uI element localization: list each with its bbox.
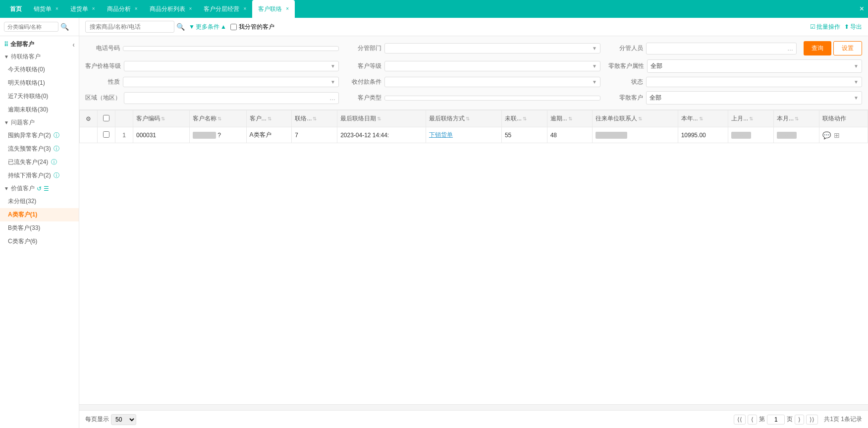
- sidebar-item-overdue-contact[interactable]: 逾期未联络(30): [0, 103, 79, 116]
- sidebar-group-pending[interactable]: ▼ 待联络客户: [0, 51, 79, 63]
- filter-manager-input[interactable]: …: [646, 43, 797, 54]
- filter-manager-dots[interactable]: …: [787, 45, 793, 52]
- close-all-tabs[interactable]: ×: [860, 4, 864, 13]
- sort-last-date-icon[interactable]: ⇅: [377, 116, 381, 121]
- sidebar-item-churned[interactable]: 已流失客户(24) ⓘ: [0, 156, 79, 169]
- more-conditions-btn[interactable]: ▼ 更多条件 ▲: [189, 23, 226, 31]
- settings-button[interactable]: 设置: [833, 41, 862, 55]
- sort-last-method-icon[interactable]: ⇅: [466, 116, 470, 121]
- sidebar-group-value[interactable]: ▼ 价值客户 ↺ ☰: [0, 182, 79, 195]
- h-scrollbar-area[interactable]: [79, 404, 868, 410]
- th-unit-contact[interactable]: 往来单位联系人 ⇅: [593, 110, 678, 127]
- sort-overdue-icon[interactable]: ⇅: [568, 116, 572, 121]
- current-page-input[interactable]: [767, 415, 785, 425]
- sort-code-icon[interactable]: ⇅: [161, 116, 165, 121]
- sidebar-collapse-btn[interactable]: ‹: [72, 41, 75, 49]
- sidebar-search-input[interactable]: [4, 22, 58, 32]
- nav-customer-segment[interactable]: 客户分层经营 ×: [198, 0, 252, 18]
- batch-ops-btn[interactable]: ☑ 批量操作: [810, 23, 840, 31]
- my-customers-filter[interactable]: 我分管的客户: [230, 23, 274, 31]
- sort-this-year-icon[interactable]: ⇅: [699, 116, 703, 121]
- filter-search-input[interactable]: [85, 21, 174, 33]
- row-chat-icon[interactable]: 💬: [822, 131, 831, 139]
- th-last-date[interactable]: 最后联络日期 ⇅: [337, 110, 426, 127]
- row-checkbox-cell[interactable]: [98, 127, 115, 143]
- filter-price-level-select[interactable]: ▼: [124, 61, 339, 71]
- sort-contact-icon[interactable]: ⇅: [313, 116, 317, 121]
- sidebar-search-icon[interactable]: 🔍: [60, 23, 69, 31]
- th-settings[interactable]: ⚙: [80, 110, 98, 127]
- th-no-contact[interactable]: 未联... ⇅: [501, 110, 547, 127]
- page-size-select[interactable]: 50 20 100 200: [111, 414, 136, 425]
- th-this-year[interactable]: 本年... ⇅: [678, 110, 728, 127]
- sidebar-item-7day-pending[interactable]: 近7天待联络(0): [0, 90, 79, 103]
- filter-payment-select[interactable]: ▼: [384, 77, 600, 87]
- nav-sales-order[interactable]: 销货单 ×: [28, 0, 64, 18]
- nav-customer-contact[interactable]: 客户联络 ×: [252, 0, 295, 18]
- filter-dept-select[interactable]: ▼: [384, 43, 600, 54]
- sidebar-item-ungrouped[interactable]: 未分组(32): [0, 195, 79, 208]
- nav-product-analysis-list[interactable]: 商品分析列表 ×: [144, 0, 198, 18]
- sort-last-month-icon[interactable]: ⇅: [749, 116, 753, 121]
- sidebar-item-today-pending[interactable]: 今天待联络(0): [0, 63, 79, 76]
- th-this-month[interactable]: 本月... ⇅: [773, 110, 819, 127]
- value-group-refresh[interactable]: ↺: [37, 185, 42, 192]
- filter-customer-type-input[interactable]: [384, 96, 600, 101]
- nav-home[interactable]: 首页: [4, 0, 28, 18]
- sort-unit-contact-icon[interactable]: ⇅: [638, 116, 642, 121]
- th-checkbox[interactable]: [98, 110, 115, 127]
- th-name[interactable]: 客户名称 ⇅: [190, 110, 246, 127]
- sidebar-item-b-class[interactable]: B类客户(33): [0, 221, 79, 235]
- filter-customer-level-select[interactable]: ▼: [384, 61, 600, 71]
- th-last-month[interactable]: 上月... ⇅: [728, 110, 774, 127]
- nav-product-analysis[interactable]: 商品分析 ×: [101, 0, 144, 18]
- filter-search-icon[interactable]: 🔍: [176, 23, 185, 31]
- sort-no-contact-icon[interactable]: ⇅: [523, 116, 527, 121]
- sidebar-item-hoarding-abnormal[interactable]: 囤购异常客户(2) ⓘ: [0, 129, 79, 142]
- filter-nature-select[interactable]: ▼: [123, 77, 339, 87]
- th-last-method[interactable]: 最后联络方式 ⇅: [426, 110, 501, 127]
- row-name[interactable]: Ea ?: [190, 127, 246, 143]
- value-group-settings[interactable]: ☰: [44, 185, 49, 192]
- settings-icon[interactable]: ⚙: [86, 115, 91, 122]
- select-all-checkbox[interactable]: [103, 115, 109, 121]
- sidebar-item-a-class[interactable]: A类客户(1): [0, 208, 79, 221]
- prev-page-btn[interactable]: ⟨: [748, 415, 757, 425]
- row-last-method[interactable]: 下销货单: [426, 127, 501, 143]
- sidebar-item-c-class[interactable]: C类客户(6): [0, 235, 79, 248]
- filter-region-dots[interactable]: …: [329, 95, 335, 102]
- th-contact[interactable]: 联络... ⇅: [292, 110, 337, 127]
- close-customer-contact-icon[interactable]: ×: [286, 0, 289, 18]
- nav-purchase-order[interactable]: 进货单 ×: [64, 0, 101, 18]
- filter-retail-attr-arrow: ▼: [854, 63, 859, 69]
- sidebar-item-declining[interactable]: 持续下滑客户(2) ⓘ: [0, 169, 79, 182]
- export-btn[interactable]: ⬆ 导出: [844, 23, 862, 31]
- th-code[interactable]: 客户编码 ⇅: [133, 110, 190, 127]
- close-purchase-order-icon[interactable]: ×: [92, 0, 95, 18]
- close-customer-segment-icon[interactable]: ×: [243, 0, 246, 18]
- filter-status-select[interactable]: ▼: [646, 77, 862, 87]
- filter-retail-customer-select[interactable]: 全部 ▼: [646, 91, 862, 105]
- filter-phone-input[interactable]: [123, 46, 339, 51]
- row-checkbox[interactable]: [103, 131, 109, 138]
- close-product-analysis-list-icon[interactable]: ×: [189, 0, 192, 18]
- sort-name-icon[interactable]: ⇅: [217, 116, 221, 121]
- sidebar-group-problem[interactable]: ▼ 问题客户: [0, 116, 79, 129]
- sidebar-item-churn-warning[interactable]: 流失预警客户(3) ⓘ: [0, 142, 79, 156]
- sidebar-item-tomorrow-pending[interactable]: 明天待联络(1): [0, 76, 79, 90]
- sort-this-month-icon[interactable]: ⇅: [795, 116, 799, 121]
- sort-type-icon[interactable]: ⇅: [268, 116, 271, 121]
- close-product-analysis-icon[interactable]: ×: [135, 0, 138, 18]
- filter-region-input[interactable]: …: [124, 92, 339, 104]
- close-sales-order-icon[interactable]: ×: [55, 0, 58, 18]
- query-button[interactable]: 查询: [804, 41, 831, 55]
- filter-retail-attr-select[interactable]: 全部 ▼: [647, 59, 862, 73]
- my-customers-checkbox[interactable]: [230, 24, 237, 30]
- th-type[interactable]: 客户... ⇅: [246, 110, 292, 127]
- th-overdue[interactable]: 逾期... ⇅: [547, 110, 593, 127]
- first-page-btn[interactable]: ⟨⟨: [734, 415, 746, 425]
- row-qr-icon[interactable]: ⊞: [834, 131, 840, 139]
- last-page-btn[interactable]: ⟩⟩: [806, 415, 818, 425]
- next-page-btn[interactable]: ⟩: [795, 415, 804, 425]
- row-last-method-link[interactable]: 下销货单: [429, 131, 453, 138]
